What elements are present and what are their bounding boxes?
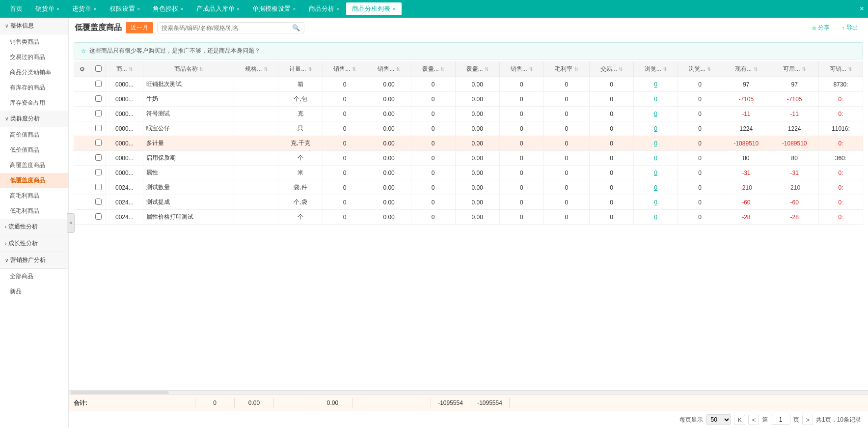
row-browse1[interactable]: 0 — [634, 180, 678, 195]
nav-close-sales[interactable]: × — [56, 6, 59, 12]
nav-close-product-storage[interactable]: × — [237, 6, 240, 12]
col-browse1[interactable]: 浏览... ⇅ — [634, 61, 678, 77]
row-browse1[interactable]: 0 — [634, 210, 678, 225]
row-checkbox[interactable] — [91, 107, 106, 121]
row-check-5[interactable] — [95, 154, 102, 161]
col-browse2[interactable]: 浏览... ⇅ — [678, 61, 722, 77]
row-checkbox[interactable] — [91, 210, 106, 225]
row-check-8[interactable] — [95, 199, 102, 205]
row-checkbox[interactable] — [91, 151, 106, 166]
period-button[interactable]: 近一月 — [126, 22, 153, 33]
row-browse1[interactable]: 0 — [634, 121, 678, 136]
sidebar-item-in-stock[interactable]: 有库存的商品 — [0, 80, 68, 95]
col-cover1[interactable]: 覆盖... ⇅ — [411, 61, 455, 77]
sidebar-item-sales-products[interactable]: 销售类商品 — [0, 34, 68, 50]
nav-close-analysis[interactable]: × — [336, 6, 339, 12]
col-gross-margin[interactable]: 毛利率 ⇅ — [543, 61, 589, 77]
table-container[interactable]: ⚙ 商... ⇅ 商品名称 ⇅ 规格... ⇅ 计量... ⇅ 销售... ⇅ … — [69, 61, 868, 390]
sidebar-item-low-value[interactable]: 低价值商品 — [0, 143, 68, 158]
nav-sales-order[interactable]: 销货单 × — [29, 2, 65, 15]
row-check-9[interactable] — [95, 213, 102, 220]
row-browse1[interactable]: 0 — [634, 107, 678, 121]
sidebar-item-new-products[interactable]: 新品 — [0, 284, 68, 299]
prev-page-button[interactable]: < — [748, 415, 759, 425]
row-browse1[interactable]: 0 — [634, 166, 678, 180]
col-available[interactable]: 可用... ⇅ — [770, 61, 818, 77]
row-check-7[interactable] — [95, 184, 102, 190]
horizontal-scrollbar[interactable] — [69, 390, 868, 394]
page-number-input[interactable] — [771, 415, 790, 425]
row-browse1[interactable]: 0 — [634, 136, 678, 151]
nav-purchase-order[interactable]: 进货单 × — [66, 2, 102, 15]
sidebar-item-category-rate[interactable]: 商品分类动销率 — [0, 65, 68, 80]
sidebar-section-liquidity[interactable]: › 流通性分析 — [0, 219, 68, 235]
row-check-0[interactable] — [95, 81, 102, 87]
col-sales-amt[interactable]: 销售... ⇅ — [367, 61, 411, 77]
per-page-select[interactable]: 50 100 200 — [706, 414, 731, 425]
col-checkbox[interactable] — [91, 61, 106, 77]
sidebar-section-marketing[interactable]: ∨ 营销推广分析 — [0, 252, 68, 269]
row-check-2[interactable] — [95, 110, 102, 116]
nav-product-storage[interactable]: 产成品入库单 × — [190, 2, 245, 15]
col-transaction[interactable]: 交易... ⇅ — [589, 61, 633, 77]
sidebar-item-capital[interactable]: 库存资金占用 — [0, 95, 68, 111]
nav-product-analysis[interactable]: 商品分析 × — [303, 2, 345, 15]
sidebar-item-high-value[interactable]: 高价值商品 — [0, 127, 68, 143]
sidebar-section-cluster[interactable]: ∨ 类群度分析 — [0, 111, 68, 127]
sidebar-item-low-margin[interactable]: 低毛利商品 — [0, 203, 68, 219]
scrollbar-track[interactable] — [71, 391, 169, 394]
export-button[interactable]: ↑ 导出 — [838, 22, 862, 34]
nav-close-purchase[interactable]: × — [93, 6, 96, 12]
sidebar-item-high-coverage[interactable]: 高覆盖度商品 — [0, 158, 68, 173]
sidebar-item-traded-products[interactable]: 交易过的商品 — [0, 50, 68, 65]
select-all-checkbox[interactable] — [95, 65, 102, 72]
nav-role-auth[interactable]: 角色授权 × — [147, 2, 189, 15]
sidebar-item-all-products[interactable]: 全部商品 — [0, 269, 68, 284]
row-browse1[interactable]: 0 — [634, 195, 678, 210]
first-page-button[interactable]: K — [734, 415, 745, 425]
row-checkbox[interactable] — [91, 195, 106, 210]
row-checkbox[interactable] — [91, 166, 106, 180]
col-unit[interactable]: 计量... ⇅ — [278, 61, 323, 77]
row-checkbox[interactable] — [91, 77, 106, 92]
share-button[interactable]: ⎋ 分享 — [809, 22, 834, 34]
col-code[interactable]: 商... ⇅ — [106, 61, 143, 77]
row-checkbox[interactable] — [91, 136, 106, 151]
col-spec[interactable]: 规格... ⇅ — [234, 61, 278, 77]
col-current-stock[interactable]: 现有... ⇅ — [722, 61, 770, 77]
row-browse1[interactable]: 0 — [634, 77, 678, 92]
nav-close-analysis-list[interactable]: × — [392, 6, 395, 12]
sidebar-section-overall[interactable]: ∨ 整体信息 — [0, 18, 68, 34]
row-browse1[interactable]: 0 — [634, 92, 678, 107]
row-checkbox[interactable] — [91, 121, 106, 136]
row-check-6[interactable] — [95, 169, 102, 175]
nav-permission[interactable]: 权限设置 × — [104, 2, 146, 15]
row-check-3[interactable] — [95, 125, 102, 131]
row-checkbox[interactable] — [91, 92, 106, 107]
row-check-1[interactable] — [95, 95, 102, 102]
nav-product-analysis-list[interactable]: 商品分析列表 × — [346, 2, 401, 15]
nav-close-role[interactable]: × — [180, 6, 183, 12]
nav-home[interactable]: 首页 — [4, 2, 28, 15]
sidebar-item-low-coverage[interactable]: 低覆盖度商品 — [0, 173, 68, 188]
search-input[interactable] — [162, 25, 290, 31]
col-sales-qty[interactable]: 销售... ⇅ — [323, 61, 367, 77]
nav-close-permission[interactable]: × — [137, 6, 140, 12]
nav-close-template[interactable]: × — [293, 6, 296, 12]
sidebar-section-growth[interactable]: › 成长性分析 — [0, 235, 68, 252]
col-saleable[interactable]: 可销... ⇅ — [818, 61, 863, 77]
col-gear[interactable]: ⚙ — [74, 61, 91, 77]
sidebar-item-high-margin[interactable]: 高毛利商品 — [0, 188, 68, 203]
next-page-button[interactable]: > — [802, 415, 813, 425]
sidebar-collapse-button[interactable]: « — [67, 213, 75, 233]
row-browse1[interactable]: 0 — [634, 151, 678, 166]
nav-template-settings[interactable]: 单据模板设置 × — [246, 2, 301, 15]
row-current-stock: -1089510 — [722, 136, 770, 151]
col-cover2[interactable]: 覆盖... ⇅ — [455, 61, 499, 77]
close-all-tabs[interactable]: × — [860, 4, 864, 13]
col-name[interactable]: 商品名称 ⇅ — [143, 61, 234, 77]
row-check-4[interactable] — [95, 140, 102, 146]
col-sales-order[interactable]: 销售... ⇅ — [499, 61, 543, 77]
row-unit: 个 — [278, 210, 323, 225]
row-checkbox[interactable] — [91, 180, 106, 195]
